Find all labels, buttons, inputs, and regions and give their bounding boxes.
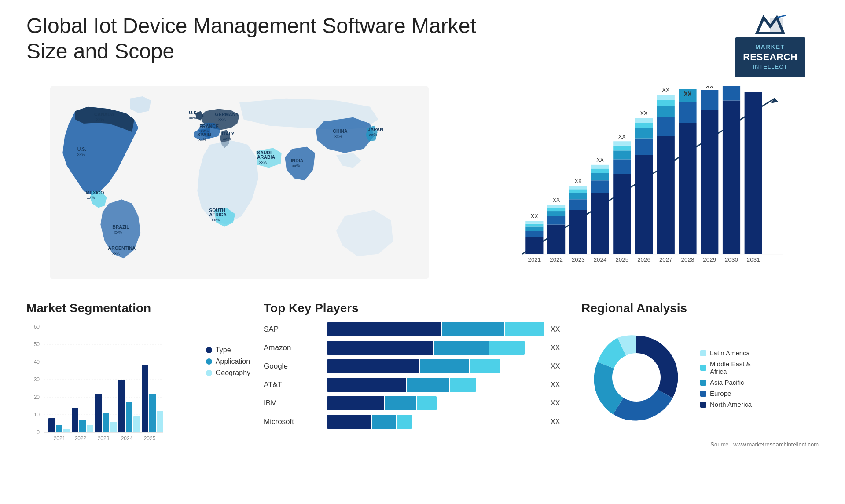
svg-text:GERMANY: GERMANY <box>215 112 239 117</box>
chart-area: XX XX XX <box>470 86 819 288</box>
svg-rect-63 <box>613 160 631 174</box>
legend-europe-dot <box>700 391 706 397</box>
svg-rect-69 <box>635 139 653 155</box>
svg-rect-133 <box>157 411 163 432</box>
svg-text:SPAIN: SPAIN <box>197 132 211 137</box>
bar-seg-3 <box>417 396 437 410</box>
svg-text:0: 0 <box>37 429 40 435</box>
svg-text:2023: 2023 <box>572 256 585 263</box>
svg-rect-53 <box>569 190 587 194</box>
svg-line-1 <box>777 15 786 18</box>
map-area: CANADA xx% U.S. xx% MEXICO xx% BRAZIL xx… <box>26 86 452 288</box>
player-xx-google: XX <box>551 362 568 370</box>
player-bars-microsoft <box>327 415 544 429</box>
svg-text:xx%: xx% <box>114 230 122 234</box>
players-section: Top Key Players SAP XX Amazon <box>264 301 568 448</box>
svg-text:FRANCE: FRANCE <box>199 124 219 129</box>
svg-text:10: 10 <box>34 412 40 418</box>
player-row-google: Google XX <box>264 359 568 373</box>
svg-text:xx%: xx% <box>96 117 105 122</box>
svg-rect-125 <box>95 394 102 432</box>
bar-chart-container: XX XX XX <box>470 86 819 279</box>
segmentation-legend: Type Application Geography <box>206 329 250 447</box>
svg-text:XX: XX <box>575 178 582 184</box>
regional-section: Regional Analysis <box>581 301 819 448</box>
svg-text:BRAZIL: BRAZIL <box>112 225 129 230</box>
svg-rect-51 <box>569 200 587 210</box>
player-xx-att: XX <box>551 381 568 389</box>
svg-text:xx%: xx% <box>369 132 378 137</box>
svg-text:60: 60 <box>34 324 40 330</box>
legend-apac-dot <box>700 380 706 386</box>
svg-rect-62 <box>613 174 631 254</box>
players-list: SAP XX Amazon XX <box>264 322 568 429</box>
legend-geography-dot <box>206 370 212 376</box>
svg-rect-64 <box>613 151 631 160</box>
svg-text:XX: XX <box>640 110 648 117</box>
svg-text:XX: XX <box>618 134 626 140</box>
svg-rect-59 <box>591 169 609 173</box>
svg-rect-46 <box>547 211 565 216</box>
world-map-svg: CANADA xx% U.S. xx% MEXICO xx% BRAZIL xx… <box>26 86 452 279</box>
bar-seg-1 <box>327 415 371 429</box>
legend-mea-dot <box>700 365 706 371</box>
logo-icon <box>753 13 788 37</box>
svg-rect-71 <box>635 123 653 128</box>
svg-text:ARGENTINA: ARGENTINA <box>108 245 136 251</box>
logo-area: MARKET RESEARCH INTELLECT <box>722 13 819 77</box>
player-name-att: AT&T <box>264 380 321 389</box>
player-bars-sap <box>327 322 544 336</box>
svg-text:ARABIA: ARABIA <box>257 155 275 160</box>
regional-title: Regional Analysis <box>581 301 819 315</box>
legend-asia-pacific: Asia Pacific <box>700 379 752 386</box>
svg-text:40: 40 <box>34 359 40 365</box>
legend-type-label: Type <box>216 346 231 354</box>
bottom-section: Market Segmentation 60 50 40 30 20 10 <box>26 301 819 448</box>
svg-rect-119 <box>48 418 55 432</box>
player-bars-google <box>327 359 544 373</box>
donut-chart <box>581 322 691 434</box>
svg-rect-80 <box>679 123 696 254</box>
svg-text:xx%: xx% <box>87 195 96 200</box>
svg-text:XX: XX <box>596 157 604 164</box>
legend-latin-america: Latin America <box>700 349 752 357</box>
bar-seg-1 <box>327 322 441 336</box>
svg-text:XX: XX <box>706 86 713 89</box>
svg-rect-122 <box>72 408 78 432</box>
svg-text:xx%: xx% <box>112 251 121 256</box>
legend-type: Type <box>206 346 250 354</box>
svg-rect-78 <box>657 95 675 100</box>
svg-rect-41 <box>525 224 543 227</box>
svg-rect-128 <box>118 380 125 432</box>
donut-svg <box>581 322 691 432</box>
svg-rect-39 <box>525 231 543 237</box>
bar-seg-2 <box>434 341 489 355</box>
legend-apac-label: Asia Pacific <box>710 379 744 386</box>
svg-rect-96 <box>701 110 718 254</box>
player-xx-amazon: XX <box>551 344 568 352</box>
legend-na-dot <box>700 402 706 408</box>
svg-rect-81 <box>679 102 696 123</box>
bar-seg-3 <box>505 322 544 336</box>
svg-rect-120 <box>56 425 62 432</box>
svg-rect-50 <box>569 210 587 254</box>
player-name-amazon: Amazon <box>264 343 321 352</box>
svg-rect-48 <box>547 205 565 208</box>
svg-text:xx%: xx% <box>77 152 86 157</box>
bar-seg-2 <box>372 415 396 429</box>
segmentation-chart: 60 50 40 30 20 10 0 <box>26 322 167 446</box>
svg-text:2025: 2025 <box>615 256 628 263</box>
svg-text:2021: 2021 <box>528 256 541 263</box>
player-row-ibm: IBM XX <box>264 396 568 410</box>
player-row-att: AT&T XX <box>264 378 568 392</box>
legend-geography-label: Geography <box>216 369 250 377</box>
page: Global Iot Device Management Software Ma… <box>0 0 845 504</box>
svg-text:20: 20 <box>34 394 40 400</box>
svg-rect-74 <box>657 136 675 254</box>
bar-seg-1 <box>327 341 433 355</box>
svg-text:MEXICO: MEXICO <box>86 190 104 195</box>
players-title: Top Key Players <box>264 301 568 315</box>
logo-top: MARKET <box>743 44 797 51</box>
player-xx-microsoft: XX <box>551 418 568 426</box>
svg-rect-126 <box>103 413 109 432</box>
